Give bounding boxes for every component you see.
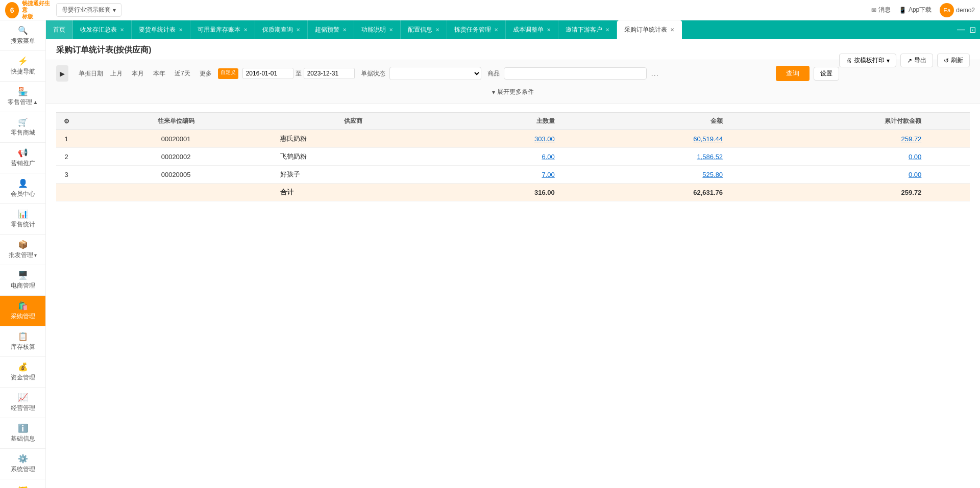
footer-label: 合计: [275, 184, 431, 201]
refresh-button[interactable]: ↺ 刷新: [937, 54, 970, 67]
th-supplier: 供应商: [275, 113, 431, 130]
date-to-input[interactable]: [304, 68, 355, 79]
tab-close-icon[interactable]: ✕: [296, 27, 300, 33]
shortcut-7days[interactable]: 近7天: [172, 68, 193, 79]
status-select[interactable]: [389, 67, 481, 80]
tab-close-icon[interactable]: ✕: [179, 27, 183, 33]
th-paid: 累计付款金额: [728, 113, 926, 130]
row-paid[interactable]: 259.72: [728, 130, 926, 148]
tab-available-stock[interactable]: 可用量库存账本 ✕: [190, 20, 255, 39]
tab-close-icon[interactable]: ✕: [435, 27, 439, 33]
row-code: 00020005: [77, 166, 275, 184]
table-container: ⚙ 往来单位编码 供应商 主数量: [46, 104, 980, 210]
expand-conditions-button[interactable]: ▾ 展开更多条件: [488, 86, 538, 98]
main-area: 首页 收发存汇总表 ✕ 要货单统计表 ✕ 可用量库存账本 ✕ 保质期查询 ✕ 超…: [46, 20, 980, 488]
footer-empty2: [77, 184, 275, 201]
sidebar-item-membership[interactable]: 👤 会员中心: [0, 173, 45, 204]
status-filter-label: 单据状态: [361, 69, 385, 78]
query-button[interactable]: 查询: [776, 66, 810, 81]
tab-purchase-stats[interactable]: 采购订单统计表 ✕: [617, 20, 682, 39]
tab-close-icon[interactable]: ✕: [547, 27, 551, 33]
user-menu[interactable]: Ea demo2: [940, 3, 975, 17]
th-code: 往来单位编码: [77, 113, 275, 130]
sidebar-item-wholesale[interactable]: 📦 批发管理 ▾: [0, 235, 45, 265]
tab-collect-dispatch[interactable]: 收发存汇总表 ✕: [73, 20, 132, 39]
filter-collapse-button[interactable]: ▶: [56, 65, 68, 82]
row-amount[interactable]: 1,586.52: [560, 148, 728, 166]
sidebar-item-system[interactable]: ⚙️ 系统管理: [0, 449, 45, 479]
footer-qty: 316.00: [431, 184, 560, 201]
logo-icon: 6: [5, 2, 19, 18]
shortcut-more[interactable]: 更多: [197, 68, 215, 79]
row-num: 3: [56, 166, 77, 184]
sidebar-item-retail-shop[interactable]: 🛒 零售商城: [0, 112, 45, 143]
tab-close-icon[interactable]: ✕: [605, 27, 609, 33]
row-qty[interactable]: 6.00: [431, 148, 560, 166]
row-paid[interactable]: 0.00: [728, 166, 926, 184]
tab-invite-downstream[interactable]: 邀请下游客户 ✕: [558, 20, 617, 39]
gear-settings-icon[interactable]: ⚙: [64, 118, 69, 125]
sidebar-item-search[interactable]: 🔍 搜索菜单: [0, 20, 45, 51]
workspace-selector[interactable]: 母婴行业演示账套 ▾: [56, 3, 121, 17]
table-row: 2 00020002 飞鹤奶粉 6.00 1,586.52: [56, 148, 970, 166]
th-extra: [926, 113, 970, 130]
row-paid[interactable]: 0.00: [728, 148, 926, 166]
shortcut-this-month[interactable]: 本月: [129, 68, 147, 79]
row-supplier: 飞鹤奶粉: [275, 148, 431, 166]
tab-close-icon[interactable]: ✕: [120, 27, 124, 33]
date-from-input[interactable]: [242, 68, 293, 79]
page-content: 采购订单统计表(按供应商) 🖨 按模板打印 ▾ ↗ 导出 ↺ 刷新: [46, 39, 980, 488]
tab-window-min-icon[interactable]: —: [957, 25, 965, 34]
sidebar-item-basic-info[interactable]: ℹ️ 基础信息: [0, 418, 45, 449]
tab-requisition-stats[interactable]: 要货单统计表 ✕: [132, 20, 190, 39]
app-download-button[interactable]: 📱 App下载: [899, 6, 932, 14]
sidebar-item-quick-nav[interactable]: ⚡ 快捷导航: [0, 51, 45, 82]
row-amount[interactable]: 525.80: [560, 166, 728, 184]
row-code: 00020001: [77, 130, 275, 148]
logo-text: 畅捷通好生意 标版: [22, 0, 51, 20]
tab-expiry-query[interactable]: 保质期查询 ✕: [255, 20, 308, 39]
th-qty: 主数量: [431, 113, 560, 130]
chevron-right-icon: ▶: [60, 70, 65, 78]
refresh-icon: ↺: [944, 57, 949, 64]
settings-button[interactable]: 设置: [814, 67, 839, 81]
tab-cost-adjust[interactable]: 成本调整单 ✕: [506, 20, 558, 39]
sidebar-item-purchase[interactable]: 🛍️ 采购管理: [0, 296, 45, 326]
template-print-button[interactable]: 🖨 按模板打印 ▾: [839, 54, 896, 67]
message-button[interactable]: ✉ 消息: [871, 6, 891, 14]
row-amount[interactable]: 60,519.44: [560, 130, 728, 148]
tab-close-icon[interactable]: ✕: [243, 27, 248, 33]
tab-close-active-icon[interactable]: ✕: [670, 27, 674, 33]
row-qty[interactable]: 7.00: [431, 166, 560, 184]
row-extra: [926, 166, 970, 184]
tab-close-icon[interactable]: ✕: [342, 27, 347, 33]
sidebar-item-retail-mgmt[interactable]: 🏪 零售管理 ▲: [0, 82, 45, 112]
sidebar-item-operations[interactable]: 📈 经营管理: [0, 388, 45, 418]
tab-config-info[interactable]: 配置信息 ✕: [401, 20, 447, 39]
tab-function-desc[interactable]: 功能说明 ✕: [354, 20, 401, 39]
table-header-row: ⚙ 往来单位编码 供应商 主数量: [56, 113, 970, 130]
shortcut-this-year[interactable]: 本年: [150, 68, 168, 79]
sidebar-item-finance[interactable]: 💰 资金管理: [0, 357, 45, 388]
sidebar-item-marketing[interactable]: 📢 营销推广: [0, 143, 45, 173]
tab-close-icon[interactable]: ✕: [494, 27, 498, 33]
sidebar-item-ecommerce[interactable]: 🖥️ 电商管理: [0, 265, 45, 296]
date-range-separator: 至: [296, 69, 302, 78]
tab-close-icon[interactable]: ✕: [389, 27, 393, 33]
table-footer-row: 合计 316.00 62,631.76 259.72: [56, 184, 970, 201]
tab-window-max-icon[interactable]: ⊡: [969, 25, 976, 35]
shortcut-prev-month[interactable]: 上月: [107, 68, 126, 79]
goods-more-button[interactable]: …: [651, 69, 659, 78]
basic-info-icon: ℹ️: [18, 423, 28, 433]
tab-home[interactable]: 首页: [46, 20, 73, 39]
sidebar-item-enterprise-collab[interactable]: 🤝 企业协同: [0, 479, 45, 488]
tab-pickup-task[interactable]: 拣货任务管理 ✕: [447, 20, 506, 39]
sidebar-item-stock-audit[interactable]: 📋 库存核算: [0, 326, 45, 357]
export-button[interactable]: ↗ 导出: [900, 54, 933, 67]
row-qty[interactable]: 303.00: [431, 130, 560, 148]
tab-overstock[interactable]: 超储预警 ✕: [308, 20, 354, 39]
main-layout: 🔍 搜索菜单 ⚡ 快捷导航 🏪 零售管理 ▲ 🛒 零售商城 📢 营销推广 👤 会…: [0, 20, 980, 488]
custom-badge: 自定义: [218, 68, 238, 79]
sidebar-item-retail-stats[interactable]: 📊 零售统计: [0, 204, 45, 235]
goods-input[interactable]: [504, 67, 647, 80]
